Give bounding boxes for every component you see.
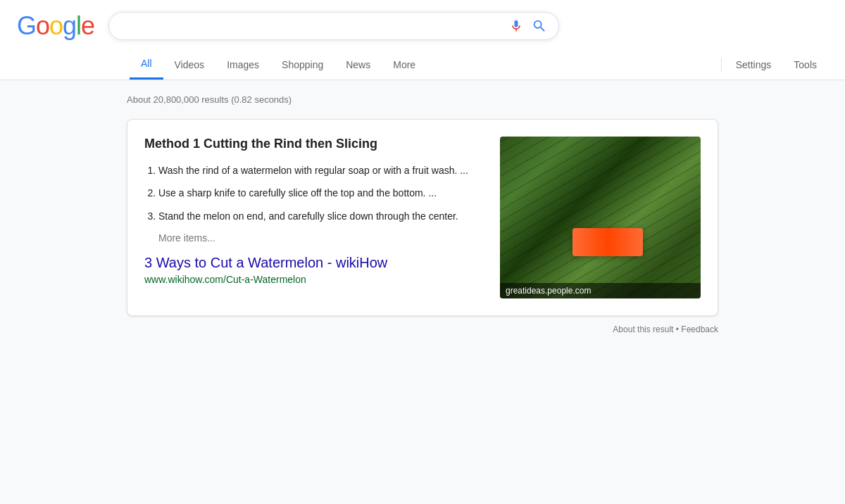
logo-o1: o [36,11,49,40]
results-count: About 20,800,000 results (0.82 seconds) [127,94,718,105]
snippet-list: Wash the rind of a watermelon with regul… [144,163,483,224]
snippet-image: greatideas.people.com [500,137,701,298]
tab-settings[interactable]: Settings [725,51,783,79]
result-link[interactable]: 3 Ways to Cut a Watermelon - wikiHow [144,255,483,271]
tab-more[interactable]: More [382,51,427,79]
snippet-card: Method 1 Cutting the Rind then Slicing W… [127,119,718,316]
mic-icon[interactable] [509,19,523,33]
search-icon[interactable] [532,18,547,34]
list-item: Stand the melon on end, and carefully sl… [158,208,483,224]
logo-o2: o [49,11,63,40]
about-feedback: About this result • Feedback [127,325,718,334]
logo-g2: g [63,11,76,40]
search-bar: how to cut watermelon [108,12,559,40]
search-input[interactable]: how to cut watermelon [120,20,509,32]
tab-tools[interactable]: Tools [782,51,828,79]
list-item: Wash the rind of a watermelon with regul… [158,163,483,178]
nav-divider [721,58,722,72]
list-item: Use a sharp knife to carefully slice off… [158,185,483,201]
header: Google how to cut watermelon All Videos … [0,0,845,80]
search-icons [509,18,547,34]
about-result-link[interactable]: About this result [613,325,673,334]
logo-e: e [81,11,94,40]
snippet-title: Method 1 Cutting the Rind then Slicing [144,137,483,151]
nav-right: Settings Tools [718,51,828,79]
google-logo[interactable]: Google [17,11,94,41]
tab-shopping[interactable]: Shopping [270,51,334,79]
snippet-content: Method 1 Cutting the Rind then Slicing W… [144,137,483,298]
tab-news[interactable]: News [334,51,382,79]
more-items-link[interactable]: More items... [158,232,483,244]
feedback-link[interactable]: Feedback [681,325,718,334]
watermelon-thumbnail [500,137,701,298]
tab-images[interactable]: Images [215,51,270,79]
image-caption: greatideas.people.com [500,283,701,298]
nav-tabs: All Videos Images Shopping News More Set… [130,49,828,80]
tab-all[interactable]: All [130,49,163,80]
result-url: www.wikihow.com/Cut-a-Watermelon [144,274,483,285]
tab-videos[interactable]: Videos [163,51,216,79]
logo-g: G [17,11,36,40]
results-area: About 20,800,000 results (0.82 seconds) … [0,80,845,348]
header-top: Google how to cut watermelon [17,11,828,41]
